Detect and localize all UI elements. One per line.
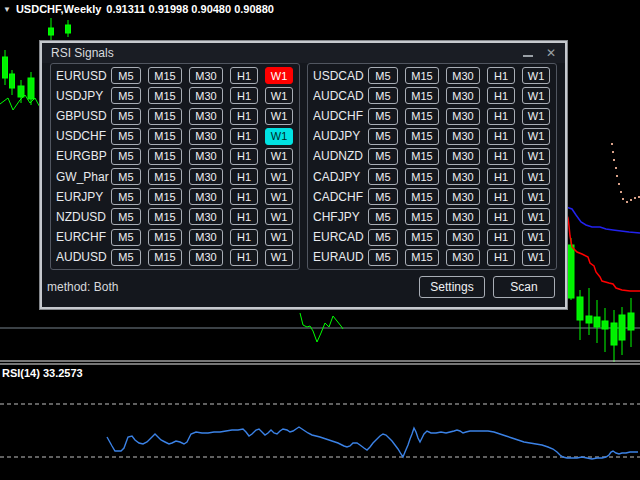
tf-button-EURJPY-W1[interactable]: W1: [265, 188, 293, 205]
tf-button-EURJPY-M15[interactable]: M15: [148, 188, 182, 205]
tf-button-CADCHF-M5[interactable]: M5: [368, 188, 398, 205]
tf-button-NZDUSD-M5[interactable]: M5: [111, 208, 141, 225]
settings-button[interactable]: Settings: [419, 276, 485, 298]
tf-button-EURCHF-W1[interactable]: W1: [265, 229, 293, 246]
tf-button-AUDCAD-M30[interactable]: M30: [446, 87, 480, 104]
tf-button-CADCHF-M15[interactable]: M15: [405, 188, 439, 205]
tf-button-USDCHF-M15[interactable]: M15: [148, 128, 182, 145]
tf-button-AUDCAD-H1[interactable]: H1: [487, 87, 515, 104]
tf-button-NZDUSD-W1[interactable]: W1: [265, 208, 293, 225]
tf-button-AUDUSD-M15[interactable]: M15: [148, 249, 182, 266]
tf-button-GW_Phar-H1[interactable]: H1: [230, 168, 258, 185]
tf-button-EURJPY-M5[interactable]: M5: [111, 188, 141, 205]
tf-button-AUDNZD-M30[interactable]: M30: [446, 148, 480, 165]
tf-button-AUDCHF-M15[interactable]: M15: [405, 108, 439, 125]
tf-button-EURUSD-W1[interactable]: W1: [265, 67, 293, 84]
tf-button-EURCHF-M30[interactable]: M30: [189, 229, 223, 246]
tf-button-EURAUD-M30[interactable]: M30: [446, 249, 480, 266]
tf-button-USDCHF-M5[interactable]: M5: [111, 128, 141, 145]
tf-button-EURAUD-M15[interactable]: M15: [405, 249, 439, 266]
tf-button-USDJPY-M15[interactable]: M15: [148, 87, 182, 104]
tf-button-EURUSD-M30[interactable]: M30: [189, 67, 223, 84]
tf-button-USDCAD-M15[interactable]: M15: [405, 67, 439, 84]
tf-button-CADJPY-H1[interactable]: H1: [487, 168, 515, 185]
tf-button-AUDUSD-W1[interactable]: W1: [265, 249, 293, 266]
scan-button[interactable]: Scan: [493, 276, 555, 298]
tf-button-CHFJPY-M30[interactable]: M30: [446, 208, 480, 225]
tf-button-EURUSD-H1[interactable]: H1: [230, 67, 258, 84]
tf-button-AUDJPY-M15[interactable]: M15: [405, 128, 439, 145]
tf-button-AUDCHF-H1[interactable]: H1: [487, 108, 515, 125]
tf-button-EURUSD-M15[interactable]: M15: [148, 67, 182, 84]
tf-button-USDCHF-M30[interactable]: M30: [189, 128, 223, 145]
tf-button-AUDNZD-W1[interactable]: W1: [522, 148, 550, 165]
tf-button-AUDCHF-W1[interactable]: W1: [522, 108, 550, 125]
tf-button-EURAUD-H1[interactable]: H1: [487, 249, 515, 266]
tf-button-AUDCAD-W1[interactable]: W1: [522, 87, 550, 104]
tf-button-AUDUSD-H1[interactable]: H1: [230, 249, 258, 266]
tf-button-USDCAD-M30[interactable]: M30: [446, 67, 480, 84]
tf-button-AUDCAD-M15[interactable]: M15: [405, 87, 439, 104]
tf-button-USDCHF-H1[interactable]: H1: [230, 128, 258, 145]
tf-button-EURCAD-H1[interactable]: H1: [487, 229, 515, 246]
tf-button-CADCHF-W1[interactable]: W1: [522, 188, 550, 205]
tf-button-EURCAD-M30[interactable]: M30: [446, 229, 480, 246]
tf-button-GBPUSD-H1[interactable]: H1: [230, 108, 258, 125]
tf-button-CADJPY-M15[interactable]: M15: [405, 168, 439, 185]
tf-button-EURGBP-H1[interactable]: H1: [230, 148, 258, 165]
tf-button-USDJPY-M30[interactable]: M30: [189, 87, 223, 104]
tf-button-AUDUSD-M30[interactable]: M30: [189, 249, 223, 266]
tf-button-CADJPY-M30[interactable]: M30: [446, 168, 480, 185]
tf-button-USDCAD-H1[interactable]: H1: [487, 67, 515, 84]
tf-button-EURAUD-M5[interactable]: M5: [368, 249, 398, 266]
tf-button-USDJPY-H1[interactable]: H1: [230, 87, 258, 104]
tf-button-CADCHF-H1[interactable]: H1: [487, 188, 515, 205]
tf-button-CHFJPY-M15[interactable]: M15: [405, 208, 439, 225]
tf-button-GBPUSD-M5[interactable]: M5: [111, 108, 141, 125]
tf-button-USDCHF-W1[interactable]: W1: [265, 128, 293, 145]
tf-button-CADJPY-M5[interactable]: M5: [368, 168, 398, 185]
tf-button-EURCHF-M5[interactable]: M5: [111, 229, 141, 246]
tf-button-GBPUSD-M30[interactable]: M30: [189, 108, 223, 125]
tf-button-CADJPY-W1[interactable]: W1: [522, 168, 550, 185]
tf-button-AUDJPY-M5[interactable]: M5: [368, 128, 398, 145]
tf-button-NZDUSD-H1[interactable]: H1: [230, 208, 258, 225]
dialog-titlebar[interactable]: RSI Signals ✕: [42, 43, 565, 63]
tf-button-EURCAD-M15[interactable]: M15: [405, 229, 439, 246]
tf-button-EURAUD-W1[interactable]: W1: [522, 249, 550, 266]
tf-button-EURJPY-H1[interactable]: H1: [230, 188, 258, 205]
tf-button-GW_Phar-M5[interactable]: M5: [111, 168, 141, 185]
tf-button-USDJPY-M5[interactable]: M5: [111, 87, 141, 104]
tf-button-EURGBP-M30[interactable]: M30: [189, 148, 223, 165]
tf-button-AUDNZD-H1[interactable]: H1: [487, 148, 515, 165]
tf-button-GW_Phar-M15[interactable]: M15: [148, 168, 182, 185]
tf-button-AUDNZD-M5[interactable]: M5: [368, 148, 398, 165]
tf-button-AUDUSD-M5[interactable]: M5: [111, 249, 141, 266]
minimize-icon[interactable]: [523, 48, 533, 58]
tf-button-GBPUSD-M15[interactable]: M15: [148, 108, 182, 125]
tf-button-EURUSD-M5[interactable]: M5: [111, 67, 141, 84]
tf-button-USDJPY-W1[interactable]: W1: [265, 87, 293, 104]
tf-button-AUDJPY-W1[interactable]: W1: [522, 128, 550, 145]
tf-button-AUDJPY-M30[interactable]: M30: [446, 128, 480, 145]
tf-button-USDCAD-W1[interactable]: W1: [522, 67, 550, 84]
tf-button-EURGBP-M5[interactable]: M5: [111, 148, 141, 165]
tf-button-NZDUSD-M30[interactable]: M30: [189, 208, 223, 225]
tf-button-EURJPY-M30[interactable]: M30: [189, 188, 223, 205]
tf-button-AUDCHF-M5[interactable]: M5: [368, 108, 398, 125]
tf-button-NZDUSD-M15[interactable]: M15: [148, 208, 182, 225]
tf-button-CHFJPY-W1[interactable]: W1: [522, 208, 550, 225]
tf-button-CADCHF-M30[interactable]: M30: [446, 188, 480, 205]
tf-button-EURGBP-M15[interactable]: M15: [148, 148, 182, 165]
tf-button-GW_Phar-W1[interactable]: W1: [265, 168, 293, 185]
tf-button-AUDNZD-M15[interactable]: M15: [405, 148, 439, 165]
tf-button-CHFJPY-M5[interactable]: M5: [368, 208, 398, 225]
tf-button-GW_Phar-M30[interactable]: M30: [189, 168, 223, 185]
tf-button-GBPUSD-W1[interactable]: W1: [265, 108, 293, 125]
tf-button-USDCAD-M5[interactable]: M5: [368, 67, 398, 84]
tf-button-EURCAD-M5[interactable]: M5: [368, 229, 398, 246]
tf-button-EURCHF-M15[interactable]: M15: [148, 229, 182, 246]
tf-button-AUDCAD-M5[interactable]: M5: [368, 87, 398, 104]
tf-button-AUDJPY-H1[interactable]: H1: [487, 128, 515, 145]
tf-button-EURGBP-W1[interactable]: W1: [265, 148, 293, 165]
